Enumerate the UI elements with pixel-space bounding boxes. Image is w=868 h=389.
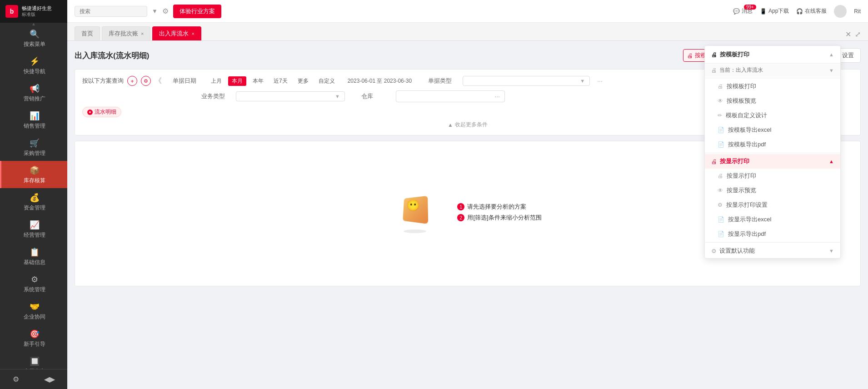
date-range: 2023-06-01 至 2023-06-30 xyxy=(348,77,412,85)
template-preview-icon: 👁 xyxy=(718,98,723,104)
dropdown-item-display-pdf[interactable]: 📄 按显示导出pdf xyxy=(705,227,840,241)
date-opt-本月[interactable]: 本月 xyxy=(228,76,246,86)
warehouse-select[interactable]: ··· xyxy=(396,90,505,102)
doc-type-more-icon[interactable]: ··· xyxy=(597,77,603,85)
sidebar-item-库存核算[interactable]: 📦 库存核算 xyxy=(0,161,67,188)
display-pdf-icon: 📄 xyxy=(718,231,724,237)
dropdown-item-display-settings[interactable]: ⚙ 按显示打印设置 xyxy=(705,198,840,212)
collapse-sidebar-icon[interactable]: ◀▶ xyxy=(44,375,55,384)
message-btn[interactable]: 💬 消息 99+ xyxy=(733,7,753,15)
sidebar-item-资金管理[interactable]: 💰 资金管理 xyxy=(0,188,67,215)
page-title: 出入库流水(流水明细) xyxy=(75,50,149,61)
topbar-right: 💬 消息 99+ 📱 App下载 🎧 在线客服 Rit xyxy=(733,5,861,18)
warehouse-more[interactable]: ··· xyxy=(494,93,500,100)
filter-tag[interactable]: ● 流水明细 xyxy=(82,107,121,117)
dropdown-item-template-design[interactable]: ✏ 模板自定义设计 xyxy=(705,108,840,123)
sidebar-item-营销推广[interactable]: 📢 营销推广 xyxy=(0,79,67,106)
tab-close-icon[interactable]: × xyxy=(191,31,194,36)
sidebar-item-应用中心[interactable]: 🔲 应用中心 xyxy=(0,352,67,369)
sidebar-item-系统管理[interactable]: ⚙ 系统管理 xyxy=(0,270,67,297)
divider-2 xyxy=(705,153,840,153)
topbar-dropdown-icon[interactable]: ▼ xyxy=(152,8,158,15)
biz-type-select[interactable]: ▼ xyxy=(236,91,345,101)
dropdown-current-label: 当前：出入库流水 xyxy=(719,66,763,74)
sidebar-item-label: 资金管理 xyxy=(24,204,45,212)
date-opt-近7天[interactable]: 近7天 xyxy=(270,76,291,86)
sidebar-item-label: 系统管理 xyxy=(24,286,45,294)
dropdown-item-template-preview[interactable]: 👁 按模板预览 xyxy=(705,94,840,108)
dropdown-item-template-print[interactable]: 🖨 按模板打印 xyxy=(705,79,840,94)
online-service-btn[interactable]: 🎧 在线客服 xyxy=(796,7,827,15)
template-design-icon: ✏ xyxy=(718,112,722,119)
date-opt-更多[interactable]: 更多 xyxy=(294,76,312,86)
phone-icon: 📱 xyxy=(760,8,767,15)
doc-type-select[interactable]: ▼ xyxy=(463,76,590,86)
tag-icon: ● xyxy=(87,110,93,115)
dropdown-default-section[interactable]: ⚙ 设置默认功能 ▼ xyxy=(705,244,840,258)
message-badge: 99+ xyxy=(744,5,756,10)
topbar-gear-icon[interactable]: ⚙ xyxy=(162,7,169,15)
app-name: 畅捷通好生意 xyxy=(22,5,52,11)
settings-icon[interactable]: ⚙ xyxy=(13,375,19,384)
collapse-label: 收起更多条件 xyxy=(455,121,488,129)
app-download-btn[interactable]: 📱 App下载 xyxy=(760,7,789,15)
filter-condition-label: 按以下方案查询 xyxy=(82,77,124,85)
default-icon: ⚙ xyxy=(711,248,717,254)
dropdown-item-display-excel[interactable]: 📄 按显示导出excel xyxy=(705,212,840,227)
display-print-icon: 🖨 xyxy=(718,173,723,179)
dropdown-item-template-pdf[interactable]: 📄 按模板导出pdf xyxy=(705,137,840,152)
doc-type-chevron: ▼ xyxy=(580,78,585,84)
collapse-more-btn[interactable]: ▲ 收起更多条件 xyxy=(448,121,488,129)
default-chevron: ▼ xyxy=(829,248,834,254)
sidebar-item-label: 营销推广 xyxy=(24,95,45,103)
collapse-filter-btn[interactable]: 《 xyxy=(155,76,162,86)
username: Rit xyxy=(854,8,861,15)
sidebar-icon: 📦 xyxy=(30,165,40,175)
sidebar-icon: 🛒 xyxy=(30,138,40,148)
date-opt-上月[interactable]: 上月 xyxy=(207,76,225,86)
empty-illustration: 😶 xyxy=(394,193,439,234)
display-preview-icon: 👁 xyxy=(718,187,723,194)
sidebar-item-企业协同[interactable]: 🤝 企业协同 xyxy=(0,297,67,324)
tip-1: 1 请先选择要分析的方案 xyxy=(457,203,541,211)
sidebar: b 畅捷通好生意 标准版 ▲ 🔍 搜索菜单 ⚡ 快捷导航 📢 营销推广 📊 销售… xyxy=(0,0,67,389)
tab-close-icon[interactable]: × xyxy=(141,31,144,36)
industry-btn[interactable]: 体验行业方案 xyxy=(173,5,221,18)
box-face: 😶 xyxy=(406,200,420,211)
search-input[interactable] xyxy=(75,6,147,17)
maximize-icon[interactable]: ⤢ xyxy=(855,30,861,39)
date-opt-自定义[interactable]: 自定义 xyxy=(315,76,339,86)
print-dropdown-panel: 🖨 按模板打印 ▲ 🖨 当前：出入库流水 ▼ 🖨 按模板打印 👁 按模板预览 ✏… xyxy=(704,45,841,259)
dropdown-item-template-excel[interactable]: 📄 按模板导出excel xyxy=(705,123,840,137)
tab-库存批次账[interactable]: 库存批次账× xyxy=(102,26,150,40)
dropdown-display-section-header[interactable]: 🖨 按显示打印 ▲ xyxy=(705,154,840,169)
date-opt-本年[interactable]: 本年 xyxy=(249,76,267,86)
sidebar-item-基础信息[interactable]: 📋 基础信息 xyxy=(0,243,67,270)
sidebar-item-搜索菜单[interactable]: 🔍 搜索菜单 xyxy=(0,25,67,52)
date-options: 上月本月本年近7天更多自定义 xyxy=(207,76,339,86)
dropdown-header: 🖨 按模板打印 ▲ xyxy=(705,46,840,64)
tab-出入库流水[interactable]: 出入库流水× xyxy=(152,26,201,40)
tag-label: 流水明细 xyxy=(95,108,116,116)
print-icon: 🖨 xyxy=(687,52,693,59)
sidebar-item-销售管理[interactable]: 📊 销售管理 xyxy=(0,106,67,134)
sidebar-item-经营管理[interactable]: 📈 经营管理 xyxy=(0,215,67,243)
message-icon: 💬 xyxy=(733,8,740,15)
sidebar-item-采购管理[interactable]: 🛒 采购管理 xyxy=(0,134,67,161)
sidebar-item-label: 经营管理 xyxy=(24,231,45,239)
tip-1-text: 请先选择要分析的方案 xyxy=(467,203,526,211)
biz-type-label: 业务类型 xyxy=(201,92,229,100)
tabbar: 首页库存批次账×出入库流水× ✕ ⤢ xyxy=(67,23,868,41)
display-section-icon: 🖨 xyxy=(711,158,717,165)
tab-首页[interactable]: 首页 xyxy=(75,26,100,40)
close-all-tabs-icon[interactable]: ✕ xyxy=(845,30,851,39)
sidebar-item-快捷导航[interactable]: ⚡ 快捷导航 xyxy=(0,52,67,79)
add-filter-btn[interactable]: + xyxy=(127,76,137,86)
dropdown-item-display-print[interactable]: 🖨 按显示打印 xyxy=(705,169,840,183)
sidebar-item-label: 基础信息 xyxy=(24,259,45,266)
sidebar-item-新手引导[interactable]: 🎯 新手引导 xyxy=(0,324,67,352)
sidebar-icon: 📈 xyxy=(30,220,40,230)
filter-settings-btn[interactable]: ⚙ xyxy=(141,76,151,86)
dropdown-item-display-preview[interactable]: 👁 按显示预览 xyxy=(705,183,840,198)
tab-label: 库存批次账 xyxy=(109,30,138,38)
